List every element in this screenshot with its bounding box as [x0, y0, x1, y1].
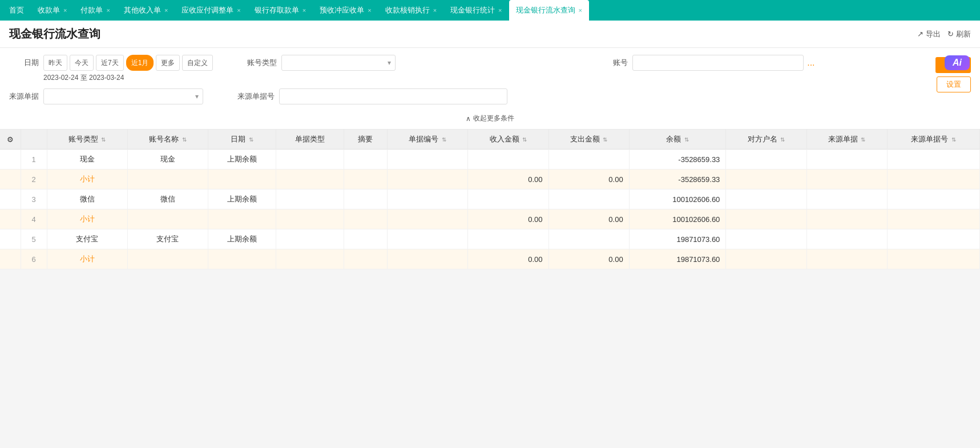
nav-payment-close[interactable]: ×: [106, 0, 110, 21]
td-cell: 4: [21, 209, 47, 229]
td-cell: 微信: [47, 189, 127, 209]
nav-receipt-label: 收款单: [38, 0, 60, 21]
td-cell: 100102606.60: [629, 189, 726, 209]
td-cell: [806, 150, 887, 169]
export-button[interactable]: ↗ 导出: [917, 29, 941, 39]
nav-cash-bank-stat[interactable]: 现金银行统计 ×: [443, 0, 509, 21]
nav-advance-offset-close[interactable]: ×: [368, 0, 371, 21]
filter-row-date: 日期 昨天 今天 近7天 近1月 更多 自定义 2023-02-24 至 202…: [9, 55, 926, 83]
td-cell: 上期余额: [208, 229, 276, 249]
td-cell: [887, 209, 979, 229]
nav-payment[interactable]: 付款单 ×: [74, 0, 116, 21]
td-cell: [344, 209, 388, 229]
td-cell: [344, 150, 388, 169]
nav-cash-bank-flow[interactable]: 现金银行流水查询 ×: [509, 0, 589, 21]
account-input[interactable]: [632, 55, 804, 71]
th-source-doc[interactable]: 来源单据 ⇅: [806, 130, 887, 150]
th-date[interactable]: 日期 ⇅: [208, 130, 276, 150]
td-cell: -3528659.33: [629, 150, 726, 169]
td-cell: [468, 150, 549, 169]
nav-receipt-close[interactable]: ×: [63, 0, 67, 21]
th-balance[interactable]: 余额 ⇅: [629, 130, 726, 150]
th-source-doc-no[interactable]: 来源单据号 ⇅: [887, 130, 979, 150]
date-7days[interactable]: 近7天: [96, 55, 124, 71]
td-cell: [468, 229, 549, 249]
date-today[interactable]: 今天: [70, 55, 94, 71]
nav-other-income[interactable]: 其他收入单 ×: [117, 0, 175, 21]
collapse-up-icon: ∧: [466, 115, 471, 123]
th-counterparty[interactable]: 对方户名 ⇅: [726, 130, 806, 150]
nav-other-income-label: 其他收入单: [124, 0, 161, 21]
account-type-label: 账号类型: [247, 55, 281, 71]
td-cell: [726, 150, 806, 169]
td-cell: 0.00: [468, 209, 549, 229]
td-cell: [127, 169, 208, 189]
nav-write-off[interactable]: 收款核销执行 ×: [378, 0, 443, 21]
date-yesterday[interactable]: 昨天: [43, 55, 67, 71]
source-doc-label: 来源单据: [9, 88, 43, 104]
table-row: 2小计0.000.00-3528659.33: [0, 169, 980, 189]
collapse-bar[interactable]: ∧ 收起更多条件: [9, 110, 971, 124]
td-cell: [726, 169, 806, 189]
settings-button[interactable]: 设置: [937, 76, 971, 92]
date-custom[interactable]: 自定义: [182, 55, 213, 71]
date-more[interactable]: 更多: [156, 55, 180, 71]
td-cell: [726, 229, 806, 249]
source-doc-select[interactable]: [43, 88, 203, 104]
source-doc-no-input[interactable]: [279, 88, 507, 104]
td-cell: 小计: [47, 249, 127, 269]
td-cell: [276, 189, 344, 209]
nav-ar-ap-close[interactable]: ×: [237, 0, 240, 21]
td-cell: [806, 229, 887, 249]
td-cell: [208, 249, 276, 269]
account-type-select[interactable]: [281, 55, 396, 71]
export-label: 导出: [926, 29, 941, 39]
nav-bank-deposit[interactable]: 银行存取款单 ×: [248, 0, 313, 21]
th-expense[interactable]: 支出金额 ⇅: [549, 130, 629, 150]
nav-write-off-close[interactable]: ×: [433, 0, 437, 21]
date-range-text: 2023-02-24 至 2023-03-24: [43, 73, 213, 83]
nav-advance-offset[interactable]: 预收冲应收单 ×: [313, 0, 378, 21]
refresh-button[interactable]: ↻ 刷新: [947, 29, 971, 39]
nav-cash-bank-flow-close[interactable]: ×: [579, 0, 582, 21]
td-cell: 2: [21, 169, 47, 189]
td-cell: 支付宝: [47, 229, 127, 249]
td-cell: 5: [21, 229, 47, 249]
nav-cash-bank-stat-close[interactable]: ×: [498, 0, 502, 21]
nav-receipt[interactable]: 收款单 ×: [31, 0, 74, 21]
table-row: 6小计0.000.0019871073.60: [0, 249, 980, 269]
td-cell: 19871073.60: [629, 229, 726, 249]
td-cell: 上期余额: [208, 189, 276, 209]
th-account-type[interactable]: 账号类型 ⇅: [47, 130, 127, 150]
td-cell: [806, 249, 887, 269]
td-cell: [208, 169, 276, 189]
th-doc-no[interactable]: 单据编号 ⇅: [388, 130, 468, 150]
date-1month[interactable]: 近1月: [126, 55, 154, 71]
td-cell: [127, 249, 208, 269]
filter-row-source: 来源单据 来源单据号: [9, 88, 926, 104]
nav-home[interactable]: 首页: [2, 0, 31, 21]
th-income[interactable]: 收入金额 ⇅: [468, 130, 549, 150]
td-cell: [549, 229, 629, 249]
td-cell: -3528659.33: [629, 169, 726, 189]
td-cell: [388, 189, 468, 209]
td-gear: [0, 249, 21, 269]
account-dots-btn[interactable]: ...: [804, 58, 818, 68]
table-container: ⚙ 账号类型 ⇅ 账号名称 ⇅ 日期 ⇅ 单据类型 摘要 单据编号 ⇅ 收入金额…: [0, 130, 980, 269]
td-cell: [806, 189, 887, 209]
td-cell: 支付宝: [127, 229, 208, 249]
th-gear[interactable]: ⚙: [0, 130, 21, 150]
nav-ar-ap[interactable]: 应收应付调整单 ×: [175, 0, 247, 21]
nav-bank-deposit-close[interactable]: ×: [303, 0, 306, 21]
td-cell: [344, 189, 388, 209]
table-row: 3微信微信上期余额100102606.60: [0, 189, 980, 209]
refresh-icon: ↻: [947, 30, 954, 38]
th-account-name[interactable]: 账号名称 ⇅: [127, 130, 208, 150]
td-cell: [549, 150, 629, 169]
table-header-row: ⚙ 账号类型 ⇅ 账号名称 ⇅ 日期 ⇅ 单据类型 摘要 单据编号 ⇅ 收入金额…: [0, 130, 980, 150]
ai-badge[interactable]: Ai: [945, 55, 970, 70]
filter-area: 日期 昨天 今天 近7天 近1月 更多 自定义 2023-02-24 至 202…: [0, 48, 980, 130]
td-cell: 19871073.60: [629, 249, 726, 269]
nav-other-income-close[interactable]: ×: [164, 0, 168, 21]
source-doc-select-wrapper: [43, 88, 203, 104]
